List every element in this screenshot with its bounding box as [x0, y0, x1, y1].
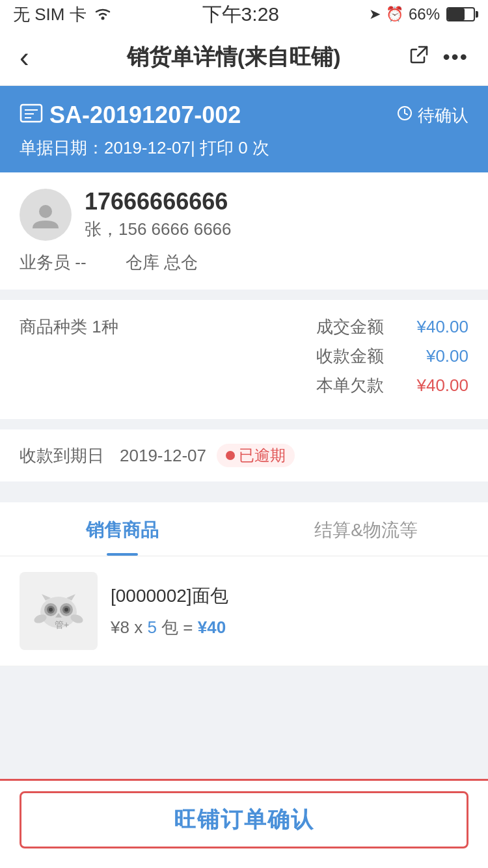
- svg-point-14: [64, 608, 68, 612]
- customer-section: 17666666666 张，156 6666 6666 业务员 -- 仓库 总仓: [0, 172, 488, 290]
- product-list: 管+ [0000002]面包 ¥8 x 5 包 = ¥40: [0, 556, 488, 666]
- tab-sales-products[interactable]: 销售商品: [0, 502, 244, 556]
- svg-line-1: [418, 47, 427, 56]
- page-title: 销货单详情(来自旺铺): [127, 42, 341, 72]
- customer-name: 张，156 6666 6666: [85, 218, 232, 241]
- status-time: 下午3:28: [202, 1, 279, 28]
- amount-row-deal: 成交金额 ¥40.00: [316, 316, 468, 338]
- deal-amount: ¥40.00: [397, 317, 468, 337]
- carrier-text: 无 SIM 卡: [13, 3, 87, 26]
- paid-amount: ¥0.00: [397, 346, 468, 366]
- customer-meta: 业务员 -- 仓库 总仓: [20, 251, 468, 274]
- status-bar: 无 SIM 卡 下午3:28 ➤ ⏰ 66%: [0, 0, 488, 29]
- order-id: SA-20191207-002: [20, 102, 241, 129]
- order-icon: [20, 102, 43, 129]
- customer-phone: 17666666666: [85, 188, 232, 215]
- product-item: 管+ [0000002]面包 ¥8 x 5 包 = ¥40: [0, 556, 488, 666]
- tab-settlement[interactable]: 结算&物流等: [244, 502, 488, 556]
- more-icon[interactable]: •••: [442, 45, 468, 69]
- tabs: 销售商品 结算&物流等: [0, 502, 488, 556]
- back-button[interactable]: ‹: [20, 41, 59, 74]
- status-left: 无 SIM 卡: [13, 3, 113, 26]
- product-info: [0000002]面包 ¥8 x 5 包 = ¥40: [111, 584, 468, 639]
- amount-row-paid: 收款金额 ¥0.00: [316, 345, 468, 368]
- order-status: 待确认: [397, 104, 468, 127]
- svg-point-7: [39, 205, 52, 218]
- alarm-icon: ⏰: [386, 6, 403, 23]
- svg-text:管+: 管+: [55, 619, 69, 630]
- status-right: ➤ ⏰ 66%: [369, 5, 475, 23]
- location-icon: ➤: [369, 6, 381, 23]
- product-name: [0000002]面包: [111, 584, 468, 608]
- battery-icon: [446, 7, 475, 21]
- warehouse-field: 仓库 总仓: [126, 251, 198, 274]
- product-count: 商品种类 1种: [20, 316, 118, 338]
- order-header: SA-20191207-002 待确认 单据日期：2019-12-07| 打印 …: [0, 86, 488, 172]
- amount-row-owed: 本单欠款 ¥40.00: [316, 374, 468, 397]
- confirm-order-button[interactable]: 旺铺订单确认: [20, 791, 468, 848]
- owed-amount: ¥40.00: [397, 375, 468, 396]
- clock-icon: [397, 105, 413, 126]
- product-price-row: ¥8 x 5 包 = ¥40: [111, 616, 468, 639]
- order-date: 单据日期：2019-12-07| 打印 0 次: [20, 137, 468, 159]
- avatar: [20, 189, 72, 241]
- overdue-dot-icon: [226, 451, 235, 460]
- amounts-section: 商品种类 1种 成交金额 ¥40.00 收款金额 ¥0.00 本单欠款 ¥40.…: [0, 300, 488, 419]
- share-icon[interactable]: [409, 44, 429, 70]
- due-section: 收款到期日 2019-12-07 已逾期: [0, 429, 488, 481]
- salesperson-field: 业务员 --: [20, 251, 87, 274]
- nav-actions: •••: [409, 44, 468, 70]
- confirm-button-container: 旺铺订单确认: [0, 779, 488, 868]
- battery-percent: 66%: [409, 5, 440, 23]
- overdue-badge: 已逾期: [217, 444, 295, 467]
- divider: [0, 492, 488, 502]
- amount-list: 成交金额 ¥40.00 收款金额 ¥0.00 本单欠款 ¥40.00: [316, 316, 468, 403]
- wifi-icon: [93, 5, 113, 25]
- svg-point-0: [101, 16, 104, 20]
- nav-bar: ‹ 销货单详情(来自旺铺) •••: [0, 29, 488, 86]
- svg-point-13: [49, 608, 53, 612]
- product-thumbnail: 管+: [20, 572, 98, 650]
